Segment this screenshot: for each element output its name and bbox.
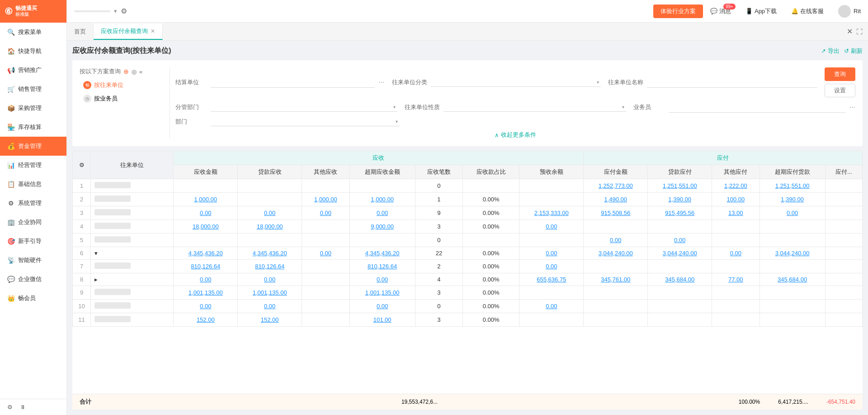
- export-icon: ↗: [821, 48, 826, 54]
- member-icon: 👑: [7, 295, 14, 302]
- sidebar-item-purchase[interactable]: 📦 采购管理: [0, 99, 66, 118]
- window-close-icon[interactable]: ✕: [847, 27, 853, 36]
- collapse-icon: ∧: [495, 132, 499, 138]
- tab-close-icon[interactable]: ✕: [151, 28, 155, 34]
- loan_ap-cell: [648, 220, 712, 234]
- ar_count-cell: 1: [415, 193, 462, 206]
- sidebar-item-marketing[interactable]: 📢 营销推广: [0, 61, 66, 80]
- setting-button[interactable]: 设置: [825, 84, 855, 97]
- other_ap-cell: [712, 313, 760, 327]
- refresh-btn[interactable]: ↺ 刷新: [844, 47, 863, 55]
- message-btn[interactable]: 💬 消息 99+: [710, 7, 731, 15]
- filter-right-panel: 结算单位 ··· 往来单位分类 ▾ 往来单位名称: [175, 67, 855, 139]
- sidebar-item-system[interactable]: ⚙ 系统管理: [0, 194, 66, 213]
- ap-more-cell: [825, 220, 862, 234]
- th-settings[interactable]: ⚙: [73, 151, 91, 179]
- sidebar-item-sales[interactable]: 🛒 销售管理: [0, 80, 66, 99]
- loan_ap-cell: [648, 300, 712, 313]
- ar_count-cell: 3: [415, 286, 462, 300]
- user-avatar-area[interactable]: Rit: [838, 5, 861, 18]
- sidebar-item-member[interactable]: 👑 畅会员: [0, 289, 66, 308]
- chevron-down-icon[interactable]: ▾: [114, 8, 117, 14]
- overdue_ap-cell: [760, 260, 825, 273]
- home-icon: 🏠: [7, 48, 14, 55]
- app-download-btn[interactable]: 📱 App下载: [745, 7, 777, 15]
- sidebar-item-inventory[interactable]: 🏪 库存核算: [0, 118, 66, 137]
- filter-option-by-salesman[interactable]: ◷ 按业务员: [80, 93, 164, 105]
- loan_ap-cell: [648, 286, 712, 300]
- collapse-more-btn[interactable]: ∧ 收起更多条件: [495, 131, 536, 139]
- tab-query[interactable]: 应收应付余额查询 ✕: [94, 24, 163, 40]
- ap_amount-cell: 915,508.56: [584, 206, 648, 220]
- overdue_ap-cell: 345,684.00: [760, 273, 825, 286]
- avatar: [838, 5, 851, 18]
- sidebar-collapse-icon[interactable]: ⏸: [20, 404, 26, 410]
- settings-gear-icon[interactable]: ⚙: [121, 7, 127, 15]
- footer-ap-overdue-total: -654,751.40: [826, 399, 855, 405]
- loan_ar-cell: 4,345,436.20: [238, 247, 302, 260]
- collapse-left-icon[interactable]: «: [139, 68, 142, 75]
- overdue_ar-cell: 101.00: [349, 313, 415, 327]
- ar_amount-cell: 810,126.64: [174, 260, 238, 273]
- salesman-dots[interactable]: ···: [849, 103, 855, 111]
- overdue_ar-cell: 1,000.00: [349, 193, 415, 206]
- th-partner: 往来单位: [91, 151, 174, 179]
- dept-manager-select[interactable]: ▾: [211, 103, 397, 112]
- table-container[interactable]: ⚙ 往来单位 应收 应付 应收金额 贷款应收 其他应收 超期应收金额 应收笔数: [72, 151, 863, 394]
- partner-nature-select[interactable]: ▾: [443, 103, 627, 112]
- tab-home[interactable]: 首页: [67, 24, 94, 39]
- footer-ar-total: 19,553,472,6...: [100, 399, 739, 405]
- sidebar-item-wechat[interactable]: 💬 企业微信: [0, 270, 66, 289]
- department-select[interactable]: ▾: [211, 117, 400, 126]
- loan_ar-cell: 0.00: [238, 206, 302, 220]
- sidebar-item-base[interactable]: 📋 基础信息: [0, 175, 66, 194]
- add-scheme-icon[interactable]: ⊕: [123, 68, 129, 75]
- ar_ratio-cell: 0.00%: [463, 313, 519, 327]
- sidebar-item-capital[interactable]: 💰 资金管理: [0, 137, 66, 156]
- sidebar-item-enterprise[interactable]: 🏢 企业协同: [0, 213, 66, 232]
- th-ar-group: 应收: [174, 151, 584, 165]
- prepaid-cell: 0.00: [519, 260, 584, 273]
- settlement-unit-dots[interactable]: ···: [378, 78, 384, 86]
- overdue_ap-cell: [760, 220, 825, 234]
- scheme-settings-icon[interactable]: ◎: [132, 68, 137, 75]
- partner-category-select[interactable]: ▾: [431, 78, 601, 87]
- content-area: 应收应付余额查询(按往来单位) ↗ 导出 ↺ 刷新 按以下方案查询 ⊕ ◎: [67, 41, 868, 415]
- ap_amount-cell: 345,761.00: [584, 273, 648, 286]
- export-btn[interactable]: ↗ 导出: [821, 47, 840, 55]
- settlement-unit-input[interactable]: [211, 77, 375, 88]
- partner-name-input[interactable]: [647, 77, 817, 88]
- other_ar-cell: [302, 220, 349, 234]
- sidebar-item-search[interactable]: 🔍 搜索菜单: [0, 23, 66, 42]
- sidebar-item-hardware[interactable]: 📡 智能硬件: [0, 251, 66, 270]
- table-wrapper: ⚙ 往来单位 应收 应付 应收金额 贷款应收 其他应收 超期应收金额 应收笔数: [72, 151, 863, 410]
- filter-option-by-partner[interactable]: 畅 按往来单位: [80, 79, 164, 91]
- query-button[interactable]: 查询: [825, 67, 855, 81]
- sidebar-item-guide[interactable]: 🎯 新手引导: [0, 232, 66, 251]
- other_ap-cell: [712, 220, 760, 234]
- chevron-down-icon: ▾: [597, 80, 599, 85]
- sidebar-settings-icon[interactable]: ⚙: [7, 404, 13, 410]
- sidebar-item-operation[interactable]: 📊 经营管理: [0, 156, 66, 175]
- ar_amount-cell: 1,000.00: [174, 193, 238, 206]
- sidebar-item-quicknav[interactable]: 🏠 快捷导航: [0, 42, 66, 61]
- partner-cell: [91, 206, 174, 220]
- other_ap-cell: 77.00: [712, 273, 760, 286]
- ar_amount-cell: 1,001,135.00: [174, 286, 238, 300]
- salesman-field: 业务员 ···: [633, 102, 855, 113]
- prepaid-cell: 0.00: [519, 220, 584, 234]
- online-service-btn[interactable]: 🔔 在线客服: [791, 7, 824, 15]
- table-settings-icon[interactable]: ⚙: [79, 162, 85, 168]
- salesman-input[interactable]: [669, 102, 845, 113]
- wechat-icon: 💬: [7, 276, 14, 283]
- header-left: ▾ ⚙: [74, 7, 648, 15]
- trial-btn[interactable]: 体验行业方案: [653, 5, 703, 18]
- message-badge: 99+: [723, 4, 736, 10]
- loan_ar-cell: 152.00: [238, 313, 302, 327]
- row-num-cell: 11: [73, 313, 91, 327]
- ap_amount-cell: [584, 300, 648, 313]
- prepaid-cell: [519, 179, 584, 193]
- window-expand-icon[interactable]: ⛶: [856, 28, 863, 35]
- overdue_ap-cell: 1,390.00: [760, 193, 825, 206]
- overdue_ap-cell: [760, 313, 825, 327]
